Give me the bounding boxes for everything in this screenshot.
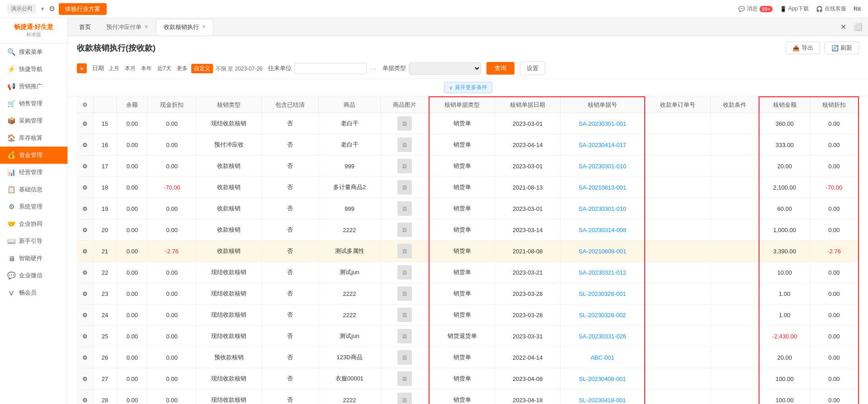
sidebar-item-1[interactable]: ⚡快捷导航 bbox=[0, 61, 67, 78]
cell-product: 衣服00001 bbox=[319, 368, 381, 390]
bill-no-link[interactable]: SL-20230328-001 bbox=[579, 290, 626, 297]
date-last-month[interactable]: 上月 bbox=[107, 64, 121, 73]
sidebar-item-3[interactable]: 🛒销售管理 bbox=[0, 95, 67, 112]
date-custom[interactable]: 自定义 bbox=[191, 64, 213, 73]
cell-bill-type: 销货单 bbox=[429, 113, 495, 134]
bill-type-select[interactable] bbox=[409, 62, 481, 75]
cell-settings[interactable]: ⚙ bbox=[77, 283, 93, 304]
cell-settings[interactable]: ⚙ bbox=[77, 262, 93, 283]
cell-bill-date: 2023-03-31 bbox=[495, 326, 561, 347]
cell-receipt-condition bbox=[711, 304, 760, 326]
bill-no-link[interactable]: ABC-001 bbox=[590, 354, 614, 361]
sidebar-item-0[interactable]: 🔍搜索菜单 bbox=[0, 43, 67, 61]
gear-icon[interactable]: ⚙ bbox=[49, 5, 55, 13]
bill-no-link[interactable]: SA-20230301-010 bbox=[579, 205, 627, 212]
date-more[interactable]: 更多 bbox=[175, 64, 189, 73]
app-download-button[interactable]: 📱 App下载 bbox=[780, 5, 809, 13]
sidebar-item-8[interactable]: 📋基础信息 bbox=[0, 181, 67, 198]
col-settings[interactable]: ⚙ bbox=[77, 97, 93, 113]
sidebar-item-4[interactable]: 📦采购管理 bbox=[0, 112, 67, 129]
cell-settings[interactable]: ⚙ bbox=[77, 241, 93, 262]
maximize-icon[interactable]: ⬜ bbox=[852, 21, 864, 33]
bill-no-link[interactable]: SA-20230331-026 bbox=[579, 333, 627, 340]
date-this-year[interactable]: 本年 bbox=[139, 64, 154, 73]
solution-button[interactable]: 体验行业方案 bbox=[59, 3, 107, 15]
filter-toggle-icon[interactable]: » bbox=[77, 63, 87, 73]
bill-no-link[interactable]: SA-20210813-001 bbox=[579, 184, 627, 191]
prepay-tab-close[interactable]: ✕ bbox=[144, 24, 148, 30]
cell-bill-no: SA-20230301-010 bbox=[561, 198, 645, 219]
close-window-icon[interactable]: ✕ bbox=[839, 21, 848, 33]
cell-settings[interactable]: ⚙ bbox=[77, 156, 93, 177]
bill-no-link[interactable]: SL-20230408-001 bbox=[579, 375, 626, 382]
date-7days[interactable]: 近7天 bbox=[156, 64, 173, 73]
date-this-month[interactable]: 本月 bbox=[123, 64, 137, 73]
verify-tab-label: 收款核销执行 bbox=[164, 23, 199, 31]
filter-bar: » 日期 上月 本月 本年 近7天 更多 自定义 不限 至 2023-07-26 bbox=[68, 58, 868, 79]
company-name[interactable]: 演示公司 bbox=[7, 4, 36, 14]
sidebar-item-13[interactable]: 💬企业微信 bbox=[0, 267, 67, 284]
bill-no-link[interactable]: SA-20230414-017 bbox=[579, 142, 627, 148]
cell-settings[interactable]: ⚙ bbox=[77, 177, 93, 198]
verify-tab-close[interactable]: ✕ bbox=[202, 24, 206, 30]
sidebar-item-11[interactable]: 📖新手引导 bbox=[0, 233, 67, 250]
sidebar-item-14[interactable]: V畅会员 bbox=[0, 284, 67, 301]
bill-no-link[interactable]: SA-20230321-012 bbox=[579, 269, 627, 276]
cell-settings[interactable]: ⚙ bbox=[77, 134, 93, 156]
bill-no-link[interactable]: SA-20230301-001 bbox=[579, 120, 627, 127]
cell-settings[interactable]: ⚙ bbox=[77, 198, 93, 219]
cell-balance: 0.00 bbox=[117, 347, 148, 368]
cell-settings[interactable]: ⚙ bbox=[77, 304, 93, 326]
cell-receipt-order-no bbox=[645, 304, 711, 326]
cell-bill-date: 2023-03-01 bbox=[495, 156, 561, 177]
cell-settings[interactable]: ⚙ bbox=[77, 113, 93, 134]
cell-settings[interactable]: ⚙ bbox=[77, 219, 93, 241]
cell-verify-discount: 0.00 bbox=[810, 219, 859, 241]
bill-no-link[interactable]: SA-20230314-008 bbox=[579, 227, 627, 233]
bill-no-link[interactable]: SL-20230328-002 bbox=[579, 312, 626, 318]
chevron-down-icon[interactable]: ▼ bbox=[40, 6, 45, 12]
sidebar-item-10[interactable]: 🤝企业协同 bbox=[0, 215, 67, 233]
bill-no-link[interactable]: SA-20230301-010 bbox=[579, 163, 627, 170]
cell-settings[interactable]: ⚙ bbox=[77, 326, 93, 347]
query-button[interactable]: 查询 bbox=[486, 62, 514, 75]
expand-more-button[interactable]: ∨ 展开更多条件 bbox=[444, 82, 492, 93]
date-range-display: 不限 至 2023-07-26 bbox=[216, 66, 263, 72]
sidebar-item-12[interactable]: 🖥智能硬件 bbox=[0, 250, 67, 267]
cell-balance: 0.00 bbox=[117, 368, 148, 390]
sidebar-item-5[interactable]: 🏠库存核算 bbox=[0, 129, 67, 147]
cell-receipt-order-no bbox=[645, 326, 711, 347]
tab-home[interactable]: 首页 bbox=[71, 19, 99, 35]
product-image: 🖼 bbox=[397, 223, 412, 237]
cell-receipt-condition bbox=[711, 113, 760, 134]
sidebar-item-2[interactable]: 📢营销推广 bbox=[0, 78, 67, 95]
message-button[interactable]: 💬 消息 99+ bbox=[738, 5, 773, 13]
bill-no-link[interactable]: SL-20230418-001 bbox=[579, 397, 626, 404]
cell-verify-discount: 0.00 bbox=[810, 134, 859, 156]
setting-button[interactable]: 设置 bbox=[520, 62, 545, 75]
from-unit-dots[interactable]: ··· bbox=[369, 65, 377, 72]
tab-verify[interactable]: 收款核销执行 ✕ bbox=[156, 19, 213, 35]
sidebar-icon-9: ⚙ bbox=[7, 203, 15, 211]
online-service-button[interactable]: 🎧 在线客服 bbox=[816, 5, 846, 13]
bill-no-link[interactable]: SA-20210808-001 bbox=[579, 248, 627, 255]
sidebar-item-7[interactable]: 📊经营管理 bbox=[0, 164, 67, 181]
cell-settings[interactable]: ⚙ bbox=[77, 390, 93, 404]
date-filter-label: 日期 bbox=[92, 64, 104, 72]
cell-seq: 26 bbox=[93, 347, 117, 368]
refresh-button[interactable]: 🔄 刷新 bbox=[825, 42, 859, 54]
tab-bar: 首页 预付冲应付单 ✕ 收款核销执行 ✕ ✕ ⬜ bbox=[68, 18, 868, 36]
export-button[interactable]: 📤 导出 bbox=[786, 42, 820, 54]
sidebar-item-9[interactable]: ⚙系统管理 bbox=[0, 198, 67, 215]
cell-settings[interactable]: ⚙ bbox=[77, 368, 93, 390]
cell-cash-discount: -70.00 bbox=[148, 177, 196, 198]
sidebar-item-6[interactable]: 💰资金管理 bbox=[0, 147, 67, 164]
cell-settings[interactable]: ⚙ bbox=[77, 347, 93, 368]
page-header-actions: 📤 导出 🔄 刷新 bbox=[786, 42, 859, 54]
sidebar-label-0: 搜索菜单 bbox=[19, 48, 42, 56]
table-row: ⚙ 19 0.00 0.00 收款核销 否 999 🖼 销货单 2023-03-… bbox=[77, 198, 859, 219]
user-name[interactable]: Rit bbox=[854, 5, 861, 12]
sidebar-icon-2: 📢 bbox=[7, 82, 15, 90]
from-unit-input[interactable] bbox=[294, 63, 367, 74]
tab-prepay[interactable]: 预付冲应付单 ✕ bbox=[99, 19, 156, 35]
